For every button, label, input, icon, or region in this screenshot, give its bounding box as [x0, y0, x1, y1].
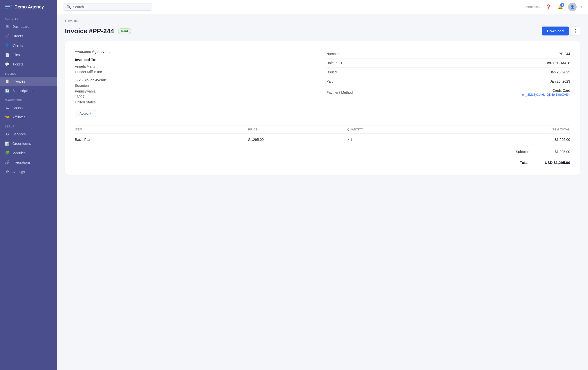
invoice-info-grid: Awesome Agency Inc. Invoiced To: Angela …: [75, 49, 570, 117]
sidebar-item-label-clients: Clients: [12, 43, 23, 47]
coupons-icon: 🏷: [5, 106, 9, 110]
sidebar-item-order-forms[interactable]: 📝Order forms: [0, 139, 57, 148]
sidebar-item-modules[interactable]: 🧩Modules: [0, 148, 57, 158]
sidebar-item-settings[interactable]: ⚙Settings: [0, 167, 57, 177]
client-name: Angela Martin: [75, 64, 319, 69]
header-right: Feedback? ❓ 🔔 3 👤 ▾: [525, 3, 582, 11]
meta-row-unique-id: Unique ID#87C2BDA4_8: [326, 59, 570, 68]
search-icon: 🔍: [67, 5, 71, 9]
sidebar-item-subscriptions[interactable]: 🔄Subscriptions: [0, 86, 57, 95]
order-forms-icon: 📝: [5, 141, 9, 146]
more-options-button[interactable]: ⋮: [571, 27, 580, 35]
app-logo[interactable]: Demo Agency: [0, 0, 57, 14]
avatar-initials: 👤: [570, 5, 574, 9]
breadcrumb-parent: Invoices: [67, 19, 79, 23]
sidebar-item-affiliates[interactable]: 🤝Affiliates: [0, 112, 57, 122]
sidebar-nav: Activity⊞Dashboard🛒Orders👤Clients📄Files💬…: [0, 14, 57, 177]
sidebar-item-orders[interactable]: 🛒Orders: [0, 31, 57, 41]
affiliates-icon: 🤝: [5, 115, 9, 119]
sidebar-item-dashboard[interactable]: ⊞Dashboard: [0, 22, 57, 31]
app-name: Demo Agency: [14, 4, 44, 10]
sidebar-item-invoices[interactable]: 📋Invoices: [0, 77, 57, 86]
meta-label: Paid: [326, 79, 333, 83]
more-icon: ⋮: [573, 28, 578, 34]
address-line2: Scranton: [75, 83, 319, 88]
subscriptions-icon: 🔄: [5, 89, 9, 93]
sidebar-item-label-order-forms: Order forms: [12, 142, 31, 146]
clients-icon: 👤: [5, 43, 9, 48]
cell-quantity: × 1: [347, 133, 446, 146]
col-quantity: QUANTITY: [347, 125, 446, 133]
meta-label: Number: [326, 52, 339, 56]
sidebar-item-services[interactable]: ⚙Services: [0, 129, 57, 139]
company-from: Awesome Agency Inc.: [75, 49, 319, 54]
sidebar-item-label-coupons: Coupons: [12, 106, 26, 110]
sidebar-item-label-settings: Settings: [12, 170, 25, 174]
help-icon: ❓: [546, 4, 551, 10]
sidebar: Demo Agency Activity⊞Dashboard🛒Orders👤Cl…: [0, 0, 57, 370]
help-button[interactable]: ❓: [544, 3, 552, 11]
sidebar-section-activity: Activity: [0, 14, 57, 22]
meta-row-number: NumberPP-244: [326, 49, 570, 59]
col-total: ITEM TOTAL: [446, 125, 570, 133]
meta-value: #87C2BDA4_8: [547, 61, 570, 65]
avatar[interactable]: 👤: [568, 3, 577, 11]
invoice-from-section: Awesome Agency Inc. Invoiced To: Angela …: [75, 49, 319, 117]
account-button[interactable]: Account: [75, 110, 96, 117]
table-row: Basic Plan$1,295.00× 1$1,295.00: [75, 133, 570, 146]
meta-row-issued: IssuedJan 26, 2023: [326, 68, 570, 77]
meta-value: Jan 26, 2023: [550, 70, 570, 74]
col-price: PRICE: [248, 125, 347, 133]
invoiced-to-label: Invoiced To:: [75, 58, 319, 62]
settings-icon: ⚙: [5, 170, 9, 174]
main-area: 🔍 Feedback? ❓ 🔔 3 👤 ▾ ‹ Invoices I: [57, 0, 588, 370]
invoice-header: Invoice #PP-244 Paid Download ⋮: [65, 27, 580, 35]
address-line5: United States: [75, 99, 319, 105]
files-icon: 📄: [5, 53, 9, 57]
sidebar-item-label-dashboard: Dashboard: [12, 25, 29, 29]
table-header-row: ITEM PRICE QUANTITY ITEM TOTAL: [75, 125, 570, 133]
total-value: USD $1,295.00: [540, 160, 570, 165]
download-button[interactable]: Download: [542, 27, 569, 35]
notifications-button[interactable]: 🔔 3: [556, 3, 564, 11]
sidebar-section-marketing: Marketing: [0, 95, 57, 103]
sidebar-item-label-services: Services: [12, 132, 26, 136]
meta-label: Unique ID: [326, 61, 342, 65]
sidebar-item-files[interactable]: 📄Files: [0, 50, 57, 60]
breadcrumb[interactable]: ‹ Invoices: [65, 19, 580, 23]
sidebar-item-clients[interactable]: 👤Clients: [0, 41, 57, 50]
subtotal-row: Subtotal $1,295.00: [75, 148, 570, 156]
topbar: 🔍 Feedback? ❓ 🔔 3 👤 ▾: [57, 0, 588, 14]
feedback-button[interactable]: Feedback?: [525, 5, 540, 9]
invoice-title: Invoice #PP-244: [65, 27, 114, 35]
cell-price: $1,295.00: [248, 133, 347, 146]
sidebar-item-coupons[interactable]: 🏷Coupons: [0, 103, 57, 112]
sidebar-item-label-files: Files: [12, 53, 20, 57]
subtotal-label: Subtotal: [516, 150, 529, 154]
grand-total-row: Total USD $1,295.00: [75, 157, 570, 167]
search-input[interactable]: [73, 5, 148, 9]
sidebar-item-label-tickets: Tickets: [12, 62, 23, 66]
avatar-chevron-icon[interactable]: ▾: [581, 5, 582, 9]
meta-label: Issued: [326, 70, 337, 74]
meta-label: Payment Method: [326, 91, 353, 94]
dashboard-icon: ⊞: [5, 24, 9, 29]
orders-icon: 🛒: [5, 34, 9, 38]
breadcrumb-chevron-icon: ‹: [65, 19, 66, 23]
sidebar-item-tickets[interactable]: 💬Tickets: [0, 60, 57, 69]
client-company: Dunder Mifflin Inc.: [75, 69, 319, 75]
meta-value: Credit Card: [522, 89, 570, 92]
cell-item: Basic Plan: [75, 133, 248, 146]
sidebar-section-billing: Billing: [0, 69, 57, 77]
payment-link[interactable]: ch_3ML3yXAt6JIQK4pI1i0bOvSY: [522, 93, 570, 96]
invoice-card: Awesome Agency Inc. Invoiced To: Angela …: [65, 41, 580, 175]
total-label: Total: [520, 160, 529, 165]
sidebar-section-setup: Setup: [0, 122, 57, 129]
search-box[interactable]: 🔍: [63, 3, 152, 11]
invoice-actions: Download ⋮: [542, 27, 580, 35]
services-icon: ⚙: [5, 132, 9, 136]
invoices-icon: 📋: [5, 79, 9, 84]
integrations-icon: 🔗: [5, 160, 9, 165]
sidebar-item-integrations[interactable]: 🔗Integrations: [0, 158, 57, 167]
logo-icon: [5, 5, 12, 10]
